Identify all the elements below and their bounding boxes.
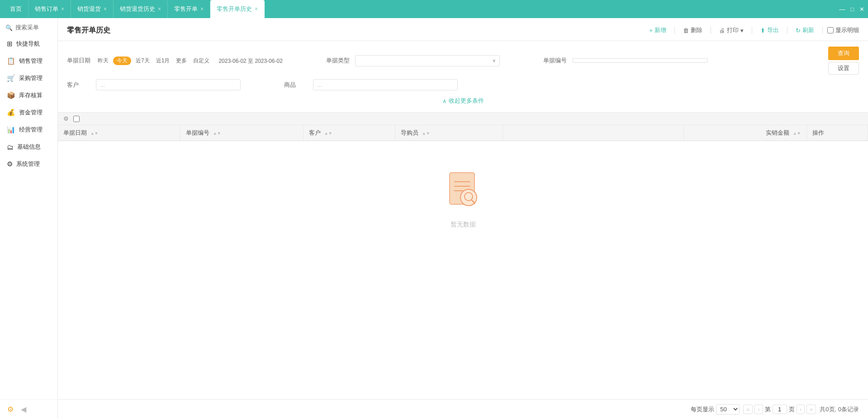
tab-retail-open-history-label: 零售开单历史 [217, 5, 252, 13]
sidebar-item-purchase-mgmt[interactable]: 🛒 采购管理 [0, 70, 57, 87]
first-page-button[interactable]: « [743, 405, 753, 414]
tab-sales-return[interactable]: 销货退货 × [71, 0, 114, 18]
select-all-checkbox[interactable] [73, 116, 80, 122]
sidebar: 🔍 搜索采单 ⊞ 快捷导航 📋 销售管理 🛒 采购管理 📦 库存核算 💰 资金管… [0, 18, 58, 419]
col-date-label: 单据日期 [63, 129, 87, 136]
type-filter-select[interactable]: ▾ [355, 55, 500, 66]
close-icon[interactable]: × [255, 6, 258, 12]
empty-text: 暂无数据 [451, 221, 476, 229]
settings-button[interactable]: 设置 [828, 62, 859, 75]
print-button[interactable]: 🖨 打印 ▾ [716, 24, 747, 36]
collapse-sidebar-icon[interactable]: ◀ [21, 405, 26, 414]
empty-icon [441, 168, 486, 213]
inventory-icon: 📦 [7, 91, 15, 99]
current-page: 1 [773, 405, 787, 414]
operations-icon: 📊 [7, 126, 15, 134]
close-icon[interactable]: × [61, 6, 64, 12]
show-detail-label: 显示明细 [835, 26, 859, 34]
new-button[interactable]: + 新增 [645, 24, 670, 36]
sidebar-item-operations-label: 经营管理 [19, 126, 43, 134]
type-filter-label: 单据类型 [326, 56, 351, 65]
minimize-button[interactable]: — [839, 6, 845, 13]
empty-state: 暂无数据 [58, 141, 868, 256]
tab-home[interactable]: 首页 [4, 0, 28, 18]
refresh-button[interactable]: ↻ 刷新 [792, 24, 818, 36]
print-chevron: ▾ [740, 27, 744, 34]
sort-icon[interactable]: ▲▼ [422, 131, 430, 136]
date-opt-more[interactable]: 更多 [174, 56, 189, 65]
query-button[interactable]: 查询 [828, 47, 859, 60]
col-customer: 客户 ▲▼ [304, 125, 395, 141]
search-icon: 🔍 [5, 24, 13, 31]
tab-sales-return-history[interactable]: 销货退货历史 × [114, 0, 168, 18]
date-opt-yesterday[interactable]: 昨天 [96, 56, 110, 65]
pagination: 每页显示 50 10 20 100 « ‹ 第 1 页 › » 共0页, 0条记… [58, 399, 868, 419]
new-icon: + [649, 27, 653, 34]
divider [711, 27, 711, 34]
show-detail-toggle[interactable]: 显示明细 [827, 26, 859, 34]
date-opt-today[interactable]: 今天 [113, 56, 131, 65]
sort-icon[interactable]: ▲▼ [90, 131, 99, 136]
tab-home-label: 首页 [10, 5, 22, 13]
col-amount-label: 实销金额 [766, 129, 789, 136]
page-nav: « ‹ 第 1 页 › » [743, 405, 816, 414]
col-customer-label: 客户 [309, 129, 321, 136]
page-of-label: 页 [789, 405, 795, 414]
date-quick-options: 昨天 今天 近7天 近1月 更多 自定义 [96, 56, 211, 65]
date-opt-custom[interactable]: 自定义 [191, 56, 211, 65]
tab-retail-open[interactable]: 零售开单 × [168, 0, 210, 18]
tab-retail-open-history[interactable]: 零售开单历史 × [210, 0, 265, 18]
sidebar-item-finance[interactable]: 💰 资金管理 [0, 104, 57, 121]
sidebar-item-basic-info[interactable]: 🗂 基础信息 [0, 138, 57, 155]
prev-page-button[interactable]: ‹ [754, 405, 763, 414]
restore-button[interactable]: □ [850, 6, 854, 13]
next-page-button[interactable]: › [797, 405, 805, 414]
doc-no-input[interactable] [572, 58, 708, 63]
collapse-filter-label: 收起更多条件 [449, 97, 484, 105]
basic-info-icon: 🗂 [7, 143, 14, 151]
page-label: 第 [765, 405, 771, 414]
quick-nav-icon: ⊞ [7, 40, 13, 48]
sidebar-item-sales-mgmt[interactable]: 📋 销售管理 [0, 52, 57, 70]
date-opt-7days[interactable]: 近7天 [134, 56, 152, 65]
delete-button[interactable]: 🗑 删除 [679, 24, 706, 36]
close-icon[interactable]: × [104, 6, 107, 12]
filter-row-1: 单据日期 昨天 今天 近7天 近1月 更多 自定义 2023-06-02 至 2… [67, 47, 859, 75]
table-area: ⚙ 单据日期 ▲▼ 单据编号 ▲▼ 客户 [58, 113, 868, 399]
settings-icon[interactable]: ⚙ [7, 405, 14, 414]
main-layout: 🔍 搜索采单 ⊞ 快捷导航 📋 销售管理 🛒 采购管理 📦 库存核算 💰 资金管… [0, 18, 868, 419]
sidebar-item-finance-label: 资金管理 [19, 108, 43, 117]
table-settings-icon[interactable]: ⚙ [63, 115, 69, 122]
sidebar-item-quick-nav[interactable]: ⊞ 快捷导航 [0, 35, 57, 52]
sidebar-item-basic-info-label: 基础信息 [17, 143, 41, 151]
customer-input[interactable]: ... [96, 79, 241, 90]
show-detail-checkbox[interactable] [827, 27, 834, 33]
date-range-field: 2023-06-02 至 2023-06-02 [218, 56, 282, 65]
close-icon[interactable]: × [200, 6, 204, 12]
col-date: 单据日期 ▲▼ [58, 125, 180, 141]
sidebar-item-inventory[interactable]: 📦 库存核算 [0, 87, 57, 104]
sidebar-item-operations[interactable]: 📊 经营管理 [0, 121, 57, 138]
sidebar-search[interactable]: 🔍 搜索采单 [0, 20, 57, 35]
new-label: 新增 [655, 26, 666, 34]
per-page-select[interactable]: 50 10 20 100 [716, 404, 740, 414]
header-actions: + 新增 🗑 删除 🖨 打印 ▾ ⬆ 导出 [645, 24, 859, 36]
product-input[interactable]: ... [313, 79, 458, 90]
table-header: 单据日期 ▲▼ 单据编号 ▲▼ 客户 ▲▼ 导购员 [58, 125, 868, 141]
export-label: 导出 [767, 26, 779, 34]
close-window-button[interactable]: ✕ [859, 6, 864, 13]
last-page-button[interactable]: » [806, 405, 816, 414]
export-button[interactable]: ⬆ 导出 [757, 24, 783, 36]
divider [822, 27, 823, 34]
tab-sales-order[interactable]: 销售订单 × [28, 0, 71, 18]
tab-sales-order-label: 销售订单 [35, 5, 58, 13]
collapse-filter-button[interactable]: ∧ 收起更多条件 [442, 95, 484, 107]
sidebar-search-label: 搜索采单 [15, 24, 39, 32]
sidebar-item-system-mgmt[interactable]: ⚙ 系统管理 [0, 155, 57, 173]
sort-icon[interactable]: ▲▼ [793, 131, 801, 136]
sort-icon[interactable]: ▲▼ [213, 131, 221, 136]
delete-label: 删除 [691, 26, 702, 34]
close-icon[interactable]: × [158, 6, 161, 12]
sort-icon[interactable]: ▲▼ [324, 131, 332, 136]
date-opt-1month[interactable]: 近1月 [154, 56, 172, 65]
